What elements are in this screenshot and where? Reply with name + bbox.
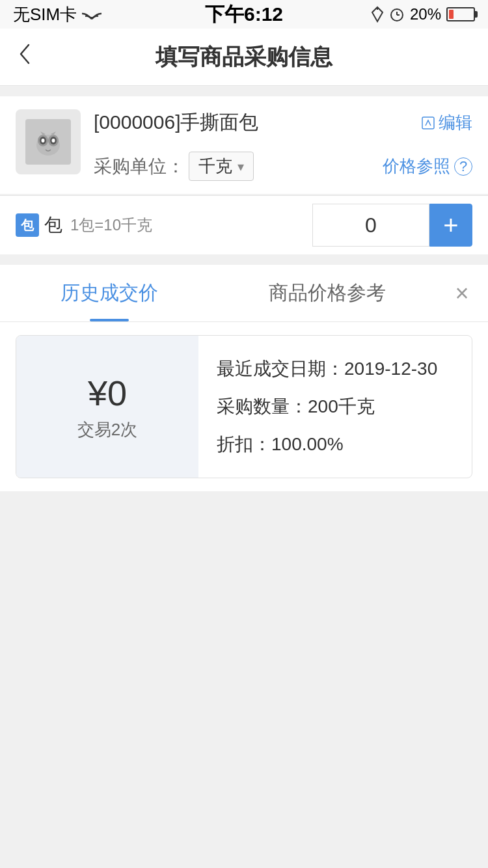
back-button[interactable] — [16, 40, 34, 74]
unit-icon: 包 — [16, 213, 39, 237]
svg-point-9 — [42, 139, 45, 142]
trade-count: 交易2次 — [77, 418, 137, 441]
quantity-controls: 0 + — [312, 204, 472, 247]
unit-select[interactable]: 千克 ▾ — [189, 152, 254, 181]
product-info: [0000006]手撕面包 编辑 采购单位： 千克 ▾ — [94, 109, 472, 181]
unit-name: 包 — [44, 213, 62, 237]
quantity-section: 包 包 1包=10千克 0 + — [0, 195, 488, 254]
status-signal: 无SIM卡 — [13, 3, 102, 26]
recent-date-label: 最近成交日期： — [217, 359, 344, 379]
status-bar: 无SIM卡 下午6:12 20% — [0, 0, 488, 29]
recent-date-value: 2019-12-30 — [344, 359, 437, 379]
price-reference-button[interactable]: 价格参照 ? — [383, 155, 472, 178]
price-ref-label: 价格参照 — [383, 155, 450, 178]
conversion-text: 1包=10千克 — [70, 215, 152, 236]
discount-label: 折扣： — [217, 434, 271, 454]
discount-value: 100.00% — [271, 434, 344, 454]
product-thumbnail — [16, 109, 81, 174]
quantity-input[interactable]: 0 — [312, 204, 429, 247]
status-right: 20% — [371, 5, 475, 23]
unit-label: 采购单位： — [94, 154, 185, 179]
price-card-right: 最近成交日期：2019-12-30 采购数量：200千克 折扣：100.00% — [198, 336, 472, 478]
edit-label: 编辑 — [439, 111, 472, 134]
price-display: ¥0 — [88, 373, 127, 413]
signal-text: 无SIM卡 — [13, 3, 77, 26]
svg-rect-11 — [422, 117, 434, 129]
status-time: 下午6:12 — [205, 1, 283, 28]
purchase-qty-value: 200千克 — [308, 396, 375, 416]
price-card: ¥0 交易2次 最近成交日期：2019-12-30 采购数量：200千克 折扣：… — [16, 335, 472, 478]
recent-date-row: 最近成交日期：2019-12-30 — [217, 355, 454, 383]
alarm-icon — [389, 7, 405, 22]
price-card-left: ¥0 交易2次 — [16, 336, 198, 478]
tab-product-price[interactable]: 商品价格参考 — [218, 265, 436, 321]
price-amount: 0 — [107, 373, 127, 413]
question-mark-icon: ? — [454, 157, 472, 176]
wifi-icon — [82, 7, 102, 21]
battery-percent: 20% — [410, 5, 441, 23]
purchase-qty-label: 采购数量： — [217, 396, 308, 416]
price-card-container: ¥0 交易2次 最近成交日期：2019-12-30 采购数量：200千克 折扣：… — [0, 322, 488, 491]
edit-button[interactable]: 编辑 — [420, 111, 472, 134]
product-name: [0000006]手撕面包 — [94, 109, 258, 136]
tab-close-button[interactable]: × — [436, 265, 488, 321]
purchase-qty-row: 采购数量：200千克 — [217, 393, 454, 420]
chevron-down-icon: ▾ — [237, 159, 244, 174]
tabs-header: 历史成交价 商品价格参考 × — [0, 265, 488, 322]
tab-history-price[interactable]: 历史成交价 — [0, 265, 218, 321]
discount-row: 折扣：100.00% — [217, 431, 454, 458]
product-card: [0000006]手撕面包 编辑 采购单位： 千克 ▾ — [0, 96, 488, 194]
battery-icon — [446, 7, 475, 21]
quantity-plus-button[interactable]: + — [429, 204, 472, 247]
page-title: 填写商品采购信息 — [156, 42, 332, 72]
nav-bar: 填写商品采购信息 — [0, 29, 488, 86]
tabs-container: 历史成交价 商品价格参考 × ¥0 交易2次 — [0, 265, 488, 491]
location-icon — [371, 6, 384, 23]
main-content: [0000006]手撕面包 编辑 采购单位： 千克 ▾ — [0, 96, 488, 491]
svg-point-10 — [52, 139, 55, 142]
tab-active-indicator — [90, 319, 129, 321]
unit-value: 千克 — [198, 155, 232, 178]
currency-symbol: ¥ — [88, 373, 107, 413]
